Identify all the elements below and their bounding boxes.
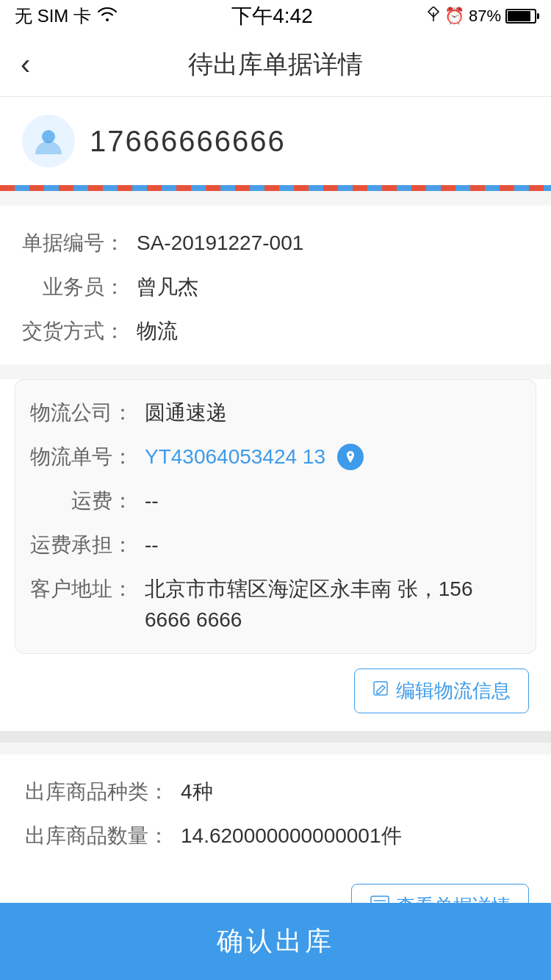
status-right: ⏰ 87% (427, 7, 536, 26)
page-title: 待出库单据详情 (188, 48, 363, 82)
order-no-label: 单据编号： (22, 228, 125, 259)
goods-section: 出库商品种类： 4种 出库商品数量： 14.620000000000001件 (0, 754, 551, 869)
back-button[interactable]: ‹ (21, 48, 30, 81)
customer-phone: 17666666666 (90, 125, 286, 158)
battery-icon (505, 9, 536, 24)
location-icon (427, 7, 440, 26)
freight-value: -- (145, 486, 521, 516)
tracking-location-button[interactable] (337, 444, 364, 470)
edit-logistics-button[interactable]: 编辑物流信息 (354, 669, 529, 713)
carrier-label: 无 SIM 卡 (15, 4, 91, 28)
section-divider (0, 731, 551, 743)
goods-qty-row: 出库商品数量： 14.620000000000001件 (22, 821, 529, 851)
tracking-label: 物流单号： (30, 442, 133, 472)
goods-types-row: 出库商品种类： 4种 (22, 777, 529, 807)
salesman-value: 曾凡杰 (137, 272, 529, 303)
freight-bearer-row: 运费承担： -- (30, 530, 521, 561)
salesman-label: 业务员： (22, 272, 125, 303)
delivery-label: 交货方式： (22, 316, 125, 347)
address-value: 北京市市辖区海淀区永丰南 张，156 6666 6666 (145, 574, 521, 635)
delivery-row: 交货方式： 物流 (22, 316, 529, 347)
freight-label: 运费： (30, 486, 133, 516)
status-bar: 无 SIM 卡 下午4:42 ⏰ 87% (0, 0, 551, 32)
delivery-value: 物流 (137, 316, 529, 347)
freight-bearer-label: 运费承担： (30, 530, 133, 561)
section-spacer-1 (0, 191, 551, 206)
goods-types-value: 4种 (181, 777, 529, 807)
battery-label: 87% (469, 7, 501, 26)
logistics-card: 物流公司： 圆通速递 物流单号： YT43064053424 13 运费： -- (15, 379, 536, 654)
order-no-row: 单据编号： SA-20191227-001 (22, 228, 529, 259)
company-row: 物流公司： 圆通速递 (30, 397, 521, 428)
address-row: 客户地址： 北京市市辖区海淀区永丰南 张，156 6666 6666 (30, 574, 521, 635)
confirm-button-label: 确认出库 (217, 923, 334, 959)
confirm-button[interactable]: 确认出库 (0, 903, 551, 980)
edit-logistics-label: 编辑物流信息 (396, 678, 511, 704)
company-label: 物流公司： (30, 397, 133, 428)
nav-bar: ‹ 待出库单据详情 (0, 32, 551, 97)
avatar (22, 115, 75, 167)
edit-icon (372, 680, 390, 702)
goods-qty-value: 14.620000000000001件 (181, 821, 529, 851)
tracking-row: 物流单号： YT43064053424 13 (30, 442, 521, 472)
status-time: 下午4:42 (231, 2, 313, 30)
wifi-icon (97, 7, 118, 26)
company-value: 圆通速递 (145, 397, 521, 428)
customer-header: 17666666666 (0, 97, 551, 185)
alarm-icon: ⏰ (444, 7, 464, 26)
status-left: 无 SIM 卡 (15, 4, 118, 28)
address-label: 客户地址： (30, 574, 133, 605)
goods-types-label: 出库商品种类： (22, 777, 169, 807)
freight-row: 运费： -- (30, 486, 521, 516)
order-info-section: 单据编号： SA-20191227-001 业务员： 曾凡杰 交货方式： 物流 (0, 206, 551, 364)
edit-btn-row: 编辑物流信息 (0, 654, 551, 731)
goods-qty-label: 出库商品数量： (22, 821, 169, 851)
freight-bearer-value: -- (145, 530, 521, 561)
salesman-row: 业务员： 曾凡杰 (22, 272, 529, 303)
tracking-value: YT43064053424 13 (145, 442, 325, 472)
dashed-divider (0, 185, 551, 191)
order-no-value: SA-20191227-001 (137, 228, 529, 259)
